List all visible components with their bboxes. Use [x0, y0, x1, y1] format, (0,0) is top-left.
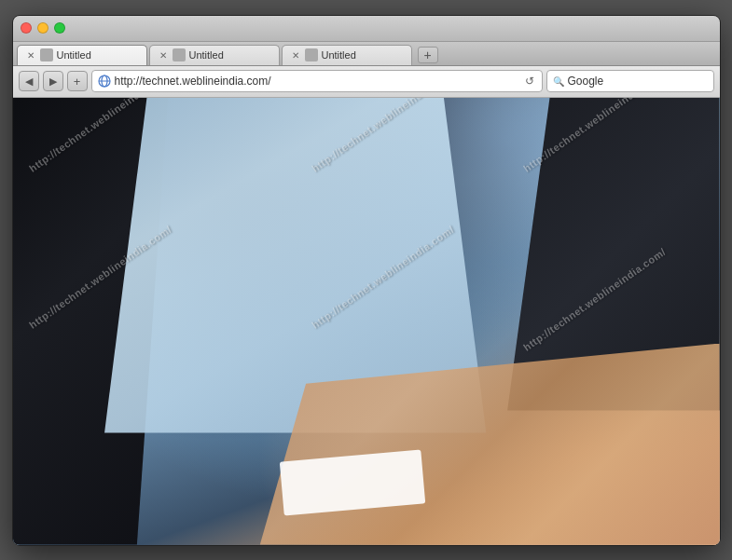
globe-icon — [98, 75, 111, 88]
tab-label-3: Untitled — [322, 49, 404, 61]
new-tab-button[interactable]: + — [418, 47, 438, 63]
search-icon: 🔍 — [553, 76, 564, 87]
tab-3[interactable]: ✕ Untitled — [282, 45, 412, 65]
tab-2[interactable]: ✕ Untitled — [149, 45, 280, 65]
address-bar[interactable]: http://technet.weblineindia.com/ ↺ — [91, 70, 543, 92]
tab-close-icon-2[interactable]: ✕ — [158, 49, 169, 61]
tab-label-1: Untitled — [57, 49, 139, 61]
new-page-button[interactable]: + — [67, 71, 88, 91]
tab-1[interactable]: ✕ Untitled — [17, 45, 147, 65]
tab-favicon-3 — [305, 48, 318, 61]
tab-bar: ✕ Untitled ✕ Untitled ✕ Untitled + — [13, 42, 720, 66]
minimize-button[interactable] — [37, 22, 48, 34]
content-area: http://technet.weblineindia.com/ http://… — [13, 98, 720, 545]
maximize-button[interactable] — [54, 22, 65, 34]
tab-close-icon-1[interactable]: ✕ — [25, 49, 36, 61]
traffic-lights — [21, 22, 65, 34]
tab-label-2: Untitled — [189, 49, 271, 61]
title-bar — [13, 16, 720, 42]
reload-button[interactable]: ↺ — [523, 75, 536, 88]
forward-button[interactable]: ▶ — [43, 71, 63, 91]
page-image: http://technet.weblineindia.com/ http://… — [13, 98, 720, 545]
back-button[interactable]: ◀ — [19, 71, 39, 91]
nav-bar: ◀ ▶ + http://technet.weblineindia.com/ ↺… — [13, 66, 720, 98]
address-text: http://technet.weblineindia.com/ — [115, 75, 519, 88]
tab-favicon-1 — [40, 48, 53, 61]
search-input[interactable]: Google — [568, 75, 604, 88]
browser-window: ✕ Untitled ✕ Untitled ✕ Untitled + ◀ ▶ +… — [12, 15, 721, 546]
close-button[interactable] — [21, 22, 32, 34]
tab-favicon-2 — [173, 48, 186, 61]
tab-close-icon-3[interactable]: ✕ — [290, 49, 301, 61]
search-bar[interactable]: 🔍 Google — [546, 70, 714, 92]
